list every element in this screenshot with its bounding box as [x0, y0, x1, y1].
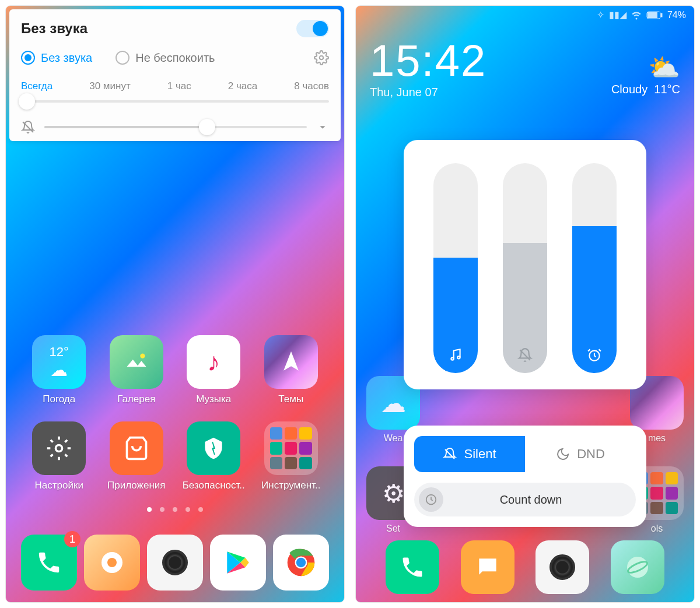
duration-slider[interactable] [21, 100, 329, 103]
duration-row: Всегда 30 минут 1 час 2 часа 8 часов [21, 80, 329, 92]
alarm-icon [587, 347, 602, 363]
silent-mode-button[interactable]: Silent [414, 436, 525, 472]
dock: 1 [6, 535, 344, 591]
dock-r-camera[interactable] [536, 540, 589, 594]
weather-icon: 12° ☁ [32, 335, 86, 389]
app-security[interactable]: Безопасност.. [178, 421, 250, 491]
radio-dnd-label: Не беспокоить [135, 51, 215, 65]
app-weather-label: Погода [43, 393, 75, 405]
mode-card: Silent DND Count down [404, 426, 646, 527]
dock-right [356, 540, 694, 594]
app-store[interactable]: Приложения [101, 421, 173, 491]
silent-toggle[interactable] [296, 20, 329, 37]
countdown-button[interactable]: Count down [414, 483, 636, 516]
svg-point-5 [107, 558, 117, 567]
weather-widget[interactable]: ⛅ Cloudy 11°C [611, 52, 680, 96]
gallery-icon [110, 335, 163, 389]
phone-badge: 1 [64, 531, 80, 547]
dock-messages[interactable] [84, 535, 140, 591]
app-grid: 12° ☁ Погода Галерея ♪ Музыка Темы Настр [6, 335, 344, 491]
radio-silent-label: Без звука [41, 51, 92, 65]
volume-card [404, 140, 646, 389]
volume-slider[interactable] [44, 126, 307, 128]
ring-volume-slider[interactable] [503, 163, 547, 373]
svg-point-8 [296, 558, 306, 567]
app-gallery-label: Галерея [117, 393, 155, 405]
duration-always[interactable]: Всегда [21, 80, 52, 92]
status-bar: ✧ ▮▮◢ 74% [597, 9, 686, 20]
svg-rect-11 [661, 13, 662, 17]
battery-pct: 74% [667, 10, 686, 20]
themes-icon [264, 335, 318, 389]
vibrate-icon: ✧ [597, 9, 604, 20]
svg-point-13 [458, 356, 460, 359]
app-settings[interactable]: Настройки [23, 421, 95, 491]
app-store-label: Приложения [107, 480, 165, 491]
svg-point-3 [56, 445, 62, 452]
silent-panel: Без звука Без звука Не беспокоить Всегда… [9, 9, 341, 141]
dnd-mode-label: DND [577, 447, 605, 462]
battery-icon [646, 11, 663, 19]
dnd-mode-button[interactable]: DND [525, 436, 636, 472]
weather-cloud-icon: ⛅ [611, 52, 680, 83]
music-note-icon [448, 347, 463, 363]
volume-thumb[interactable] [199, 119, 215, 135]
app-weather[interactable]: 12° ☁ Погода [23, 335, 95, 405]
bell-mute-icon [517, 347, 533, 363]
svg-point-2 [140, 353, 145, 358]
media-volume-slider[interactable] [433, 163, 478, 373]
dock-r-phone[interactable] [386, 540, 439, 594]
app-tools[interactable]: Инструмент.. [256, 421, 327, 491]
app-music-label: Музыка [196, 393, 231, 405]
wifi-icon [631, 10, 642, 20]
weather-text: Cloudy 11°C [611, 83, 680, 96]
clock-time: 15:42 [370, 35, 487, 86]
svg-point-12 [452, 357, 454, 360]
silent-mode-label: Silent [464, 447, 496, 462]
store-icon [110, 421, 163, 475]
chevron-down-icon[interactable] [316, 121, 329, 133]
gear-icon[interactable] [314, 50, 329, 65]
dock-camera[interactable] [147, 535, 203, 591]
phone-left: Без звука Без звука Не беспокоить Всегда… [6, 6, 344, 602]
dock-chrome[interactable] [273, 535, 329, 591]
clock-widget[interactable]: 15:42 Thu, June 07 [370, 35, 487, 99]
settings-icon [32, 421, 86, 475]
app-music[interactable]: ♪ Музыка [178, 335, 250, 405]
tools-folder-icon [264, 421, 318, 475]
clock-date: Thu, June 07 [370, 86, 487, 99]
duration-2h[interactable]: 2 часа [228, 80, 257, 92]
duration-30m[interactable]: 30 минут [89, 80, 131, 92]
duration-thumb[interactable] [19, 93, 35, 110]
page-indicator [147, 507, 203, 512]
svg-point-0 [320, 56, 324, 60]
bell-off-icon [21, 120, 35, 134]
phone-right: ✧ ▮▮◢ 74% 15:42 Thu, June 07 ⛅ Cloudy 11… [356, 6, 694, 602]
dock-r-messages[interactable] [461, 540, 514, 594]
app-themes[interactable]: Темы [256, 335, 327, 405]
app-tools-label: Инструмент.. [261, 480, 320, 491]
app-gallery[interactable]: Галерея [101, 335, 173, 405]
music-icon: ♪ [187, 335, 240, 389]
radio-dnd[interactable]: Не беспокоить [116, 51, 215, 65]
weather-temp: 12° [50, 345, 69, 360]
dock-phone[interactable]: 1 [21, 535, 77, 591]
silent-title: Без звука [21, 20, 88, 37]
duration-8h[interactable]: 8 часов [294, 80, 329, 92]
radio-silent[interactable]: Без звука [21, 51, 92, 65]
app-themes-label: Темы [278, 393, 303, 405]
svg-rect-10 [648, 12, 657, 18]
alarm-volume-slider[interactable] [572, 163, 617, 373]
signal-icon: ▮▮◢ [609, 9, 626, 20]
dock-r-browser[interactable] [611, 540, 664, 594]
countdown-label: Count down [430, 493, 631, 507]
app-settings-label: Настройки [35, 480, 83, 491]
duration-1h[interactable]: 1 час [167, 80, 191, 92]
dock-playstore[interactable] [210, 535, 266, 591]
security-icon [187, 421, 240, 475]
app-security-label: Безопасност.. [183, 480, 245, 491]
